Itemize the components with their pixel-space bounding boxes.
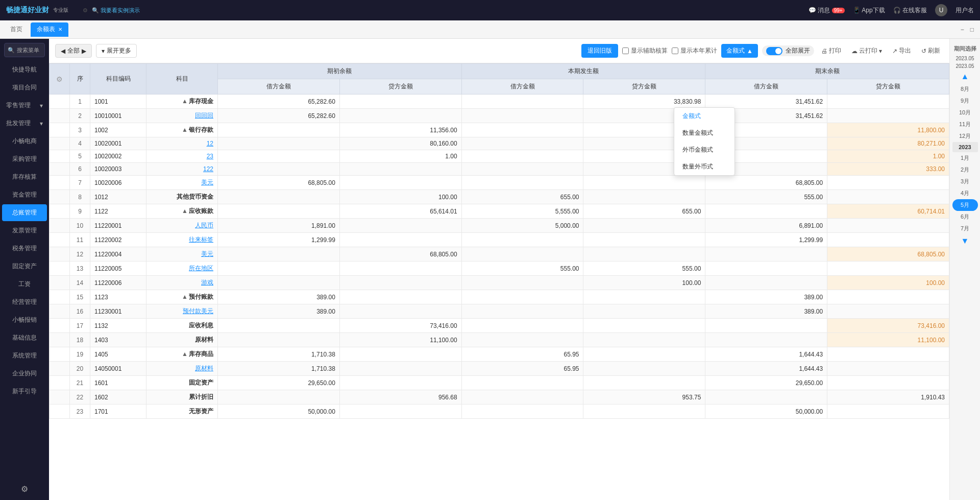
month-2[interactable]: 2月 [952,164,978,176]
sidebar-item-expense[interactable]: 小畅报销 [2,312,47,328]
row-open-debit-14: 389.00 [218,290,340,304]
row-name-9[interactable]: 人民币 [146,219,218,233]
window-controls: − □ [959,26,976,33]
cloud-print-button[interactable]: ☁ 云打印 ▾ [848,44,885,57]
month-12[interactable]: 12月 [952,130,978,142]
format-option-qty-foreign[interactable]: 数量外币式 [674,158,734,175]
app-download-btn[interactable]: 📱 App下载 [853,6,885,15]
period-down-arrow[interactable]: ▼ [959,234,971,248]
period-up-arrow[interactable]: ▲ [959,70,971,83]
row-code-16: 1132 [90,319,146,333]
export-button[interactable]: ↗ 导出 [889,44,914,57]
row-name-14: ▲预付账款 [146,290,218,304]
year-2023[interactable]: 2023 [952,142,978,152]
table-row: 19 1405 ▲库存商品 1,710.38 65.95 1,644.43 [50,347,949,362]
search-menu-input[interactable]: 🔍 搜索菜单 [4,43,45,57]
expand-more-button[interactable]: ▾ 展开更多 [96,44,137,58]
month-7[interactable]: 7月 [952,223,978,234]
row-open-credit-13 [339,276,461,290]
tab-balance[interactable]: 余额表 ✕ [31,22,68,37]
auxiliary-checkbox-input[interactable] [622,47,629,54]
annual-checkbox-input[interactable] [672,47,678,54]
sidebar-item-funds[interactable]: 资金管理 [2,186,47,203]
sidebar-item-operations[interactable]: 经营管理 [2,294,47,311]
settings-gear-icon[interactable]: ⚙ [21,485,28,493]
sidebar-item-basic[interactable]: 基础信息 [2,329,47,346]
row-name-19[interactable]: 原材料 [146,362,218,376]
month-6[interactable]: 6月 [952,211,978,223]
month-8[interactable]: 8月 [952,83,978,95]
sidebar-item-ecommerce[interactable]: 小畅电商 [2,133,47,150]
month-5[interactable]: 5月 [952,199,978,211]
month-4[interactable]: 4月 [952,187,978,199]
row-close-credit-0 [827,94,949,109]
sidebar-item-guide[interactable]: 新手引导 [2,383,47,400]
row-name-6[interactable]: 美元 [146,176,218,190]
format-button[interactable]: 金额式 ▲ [721,44,758,58]
message-btn[interactable]: 💬 消息 99+ [808,6,845,15]
row-name-12[interactable]: 所在地区 [146,261,218,276]
show-annual-checkbox[interactable]: 显示本年累计 [672,46,717,55]
month-10[interactable]: 10月 [952,107,978,118]
settings-icon[interactable]: ⚙ [83,7,88,14]
all-button[interactable]: ◀ 全部 ▶ [55,44,92,58]
month-1[interactable]: 1月 [952,152,978,164]
sidebar-item-retail[interactable]: 零售管理▾ [2,97,47,114]
month-3[interactable]: 3月 [952,176,978,187]
month-9[interactable]: 9月 [952,95,978,107]
table-row: 14 11220006 游戏 100.00 100.00 [50,276,949,290]
sidebar-item-purchase[interactable]: 采购管理 [2,151,47,168]
format-option-amount[interactable]: 金额式 [674,108,734,125]
tab-close-icon[interactable]: ✕ [58,27,62,32]
format-option-qty-amount[interactable]: 数量金额式 [674,125,734,141]
tab-home[interactable]: 首页 [4,22,29,37]
print-button[interactable]: 🖨 打印 [818,44,844,57]
sidebar-item-ledger[interactable]: 总账管理 [2,204,47,221]
toggle-switch[interactable] [766,47,782,55]
row-name-11[interactable]: 美元 [146,247,218,261]
month-11[interactable]: 11月 [952,118,978,130]
row-close-credit-6 [827,176,949,190]
row-name-15[interactable]: 预付款美元 [146,304,218,319]
expand-all-toggle[interactable]: 全部展开 [762,45,814,56]
row-close-credit-17: 11,100.00 [827,333,949,347]
row-close-credit-8: 60,714.01 [827,204,949,219]
row-setting-8 [50,204,70,219]
user-avatar[interactable]: U [935,4,947,16]
row-name-10[interactable]: 往来标签 [146,233,218,247]
row-close-debit-13 [705,276,827,290]
return-old-version-button[interactable]: 退回旧版 [581,44,618,58]
sidebar-item-quicknav[interactable]: 快捷导航 [2,61,47,78]
row-name-3[interactable]: 12 [146,137,218,150]
header-right: 💬 消息 99+ 📱 App下载 🎧 在线客服 U 用户名 [808,4,974,16]
maximize-btn[interactable]: □ [968,26,976,33]
row-name-5[interactable]: 122 [146,163,218,176]
refresh-button[interactable]: ↺ 刷新 [918,44,943,57]
row-curr-debit-17 [461,333,583,347]
format-option-foreign-amount[interactable]: 外币金额式 [674,141,734,158]
row-name-13[interactable]: 游戏 [146,276,218,290]
online-service-btn[interactable]: 🎧 在线客服 [893,6,927,15]
table-row: 11 11220002 往来标签 1,299.99 1,299.99 [50,233,949,247]
column-setting-header[interactable]: ⚙ [50,64,70,94]
sidebar-item-salary[interactable]: 工资 [2,276,47,293]
sidebar-item-tax[interactable]: 税务管理 [2,240,47,257]
row-setting-15 [50,304,70,319]
sidebar-item-coop[interactable]: 企业协同 [2,365,47,382]
sidebar-item-invoice[interactable]: 发票管理 [2,222,47,239]
sidebar-item-wholesale[interactable]: 批发管理▾ [2,115,47,132]
row-code-19: 14050001 [90,362,146,376]
sidebar-item-project[interactable]: 项目合同 [2,79,47,96]
sidebar-item-inventory[interactable]: 库存核算 [2,169,47,185]
row-name-4[interactable]: 23 [146,150,218,163]
row-curr-credit-11 [583,247,705,261]
expand-icon: ▾ [102,47,105,55]
show-auxiliary-checkbox[interactable]: 显示辅助核算 [622,46,668,55]
minimize-btn[interactable]: − [959,26,966,33]
row-name-1[interactable]: 回回回 [146,109,218,123]
sidebar-item-assets[interactable]: 固定资产 [2,258,47,275]
row-code-1: 10010001 [90,109,146,123]
sidebar-item-system[interactable]: 系统管理 [2,347,47,364]
row-curr-debit-1 [461,109,583,123]
demo-link[interactable]: 🔍 我要看实例演示 [92,7,140,14]
